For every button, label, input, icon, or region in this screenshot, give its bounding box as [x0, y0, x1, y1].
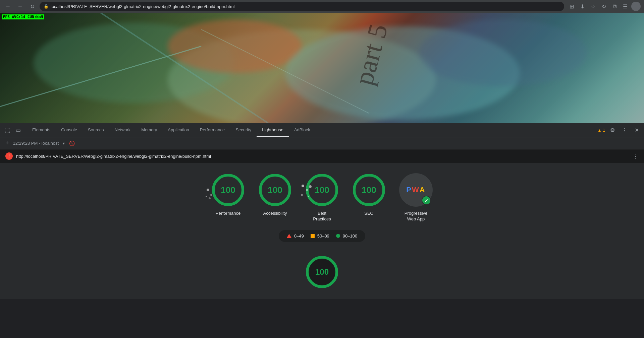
tab-performance[interactable]: Performance	[195, 123, 230, 137]
devtools-panel: ⬚ ▭ Elements Console Sources Network Mem…	[0, 123, 644, 299]
tab-memory[interactable]: Memory	[136, 123, 162, 137]
legend-pass-icon	[336, 234, 340, 238]
webgl-visualization: part 5	[0, 13, 644, 123]
settings-button[interactable]: ⚙	[608, 126, 617, 135]
lighthouse-more-button[interactable]: ⋮	[632, 152, 639, 160]
legend-fail: 0–49	[287, 233, 304, 239]
seo-label: SEO	[364, 211, 373, 216]
tab-adblock[interactable]: AdBlock	[289, 123, 316, 137]
legend-fail-range: 0–49	[294, 233, 304, 239]
score-accessibility: 100 Accessibility	[258, 173, 292, 216]
warning-triangle-icon: ▲	[597, 128, 601, 133]
svg-point-19	[309, 185, 312, 188]
lighthouse-results: 100 Performance 100 Accessibility	[0, 163, 644, 299]
extensions2-button[interactable]: ⧉	[610, 2, 619, 11]
lighthouse-subtoolbar: + 12:29:28 PM - localhost ▾ 🚫	[0, 137, 644, 149]
download-button[interactable]: ⬇	[578, 2, 587, 11]
seo-circle: 100	[352, 173, 386, 207]
bottom-score-value: 100	[315, 267, 329, 277]
scores-row: 100 Performance 100 Accessibility	[211, 173, 433, 222]
svg-point-18	[306, 189, 308, 191]
devtools-icons: ⬚ ▭	[3, 126, 23, 135]
clear-audit-button[interactable]: 🚫	[69, 140, 75, 146]
seo-score: 100	[362, 185, 376, 195]
back-button[interactable]: ←	[3, 2, 13, 11]
performance-score: 100	[221, 185, 235, 195]
refresh-button[interactable]: ↻	[599, 2, 608, 11]
legend-pass: 90–100	[336, 233, 357, 239]
audit-session-label: 12:29:28 PM - localhost	[13, 141, 59, 146]
url-text: localhost/PRIVATE_SERVER/webgl2-glmatrix…	[51, 4, 234, 9]
tab-console[interactable]: Console	[56, 123, 83, 137]
devtools-right-actions: ▲ 1 ⚙ ⋮ ✕	[597, 126, 641, 135]
accessibility-circle: 100	[258, 173, 292, 207]
audit-dropdown-icon[interactable]: ▾	[63, 141, 65, 146]
svg-point-20	[301, 194, 303, 196]
score-best-practices: 100 BestPractices	[305, 173, 339, 222]
legend: 0–49 50–89 90–100	[279, 230, 365, 242]
score-seo: 100 SEO	[352, 173, 386, 216]
lock-icon: 🔒	[44, 4, 49, 9]
svg-point-21	[308, 196, 309, 197]
score-performance: 100 Performance	[211, 173, 245, 216]
pwa-circle: PWA ✓	[399, 173, 433, 207]
bottom-score-circle: 100	[305, 255, 339, 289]
svg-point-17	[302, 185, 304, 187]
confetti-bp	[300, 183, 314, 200]
legend-pass-range: 90–100	[343, 233, 357, 239]
reload-button[interactable]: ↻	[28, 2, 37, 11]
device-icon-btn[interactable]: ▭	[13, 126, 23, 135]
best-practices-label: BestPractices	[313, 211, 331, 222]
new-audit-button[interactable]: +	[5, 140, 9, 147]
pwa-logo: PWA	[406, 186, 425, 194]
bottom-score-section: 100	[305, 255, 339, 289]
lighthouse-url-bar: ! http://localhost/PRIVATE_SERVER/webgl2…	[0, 149, 644, 163]
legend-average-icon	[311, 234, 315, 238]
pwa-checkmark: ✓	[422, 196, 431, 205]
pwa-letter-a: A	[420, 186, 426, 194]
more-options-button[interactable]: ⋮	[620, 126, 629, 135]
svg-point-4	[419, 19, 587, 86]
legend-average: 50–89	[311, 233, 329, 239]
pwa-letter-p: P	[406, 186, 412, 194]
performance-circle: 100	[211, 173, 245, 207]
pwa-label: ProgressiveWeb App	[405, 211, 428, 222]
tab-elements[interactable]: Elements	[27, 123, 56, 137]
cursor-icon-btn[interactable]: ⬚	[3, 126, 12, 135]
warning-badge: ▲ 1	[597, 128, 605, 133]
address-bar[interactable]: 🔒 localhost/PRIVATE_SERVER/webgl2-glmatr…	[40, 2, 564, 11]
pwa-letter-w: W	[412, 186, 420, 194]
tab-application[interactable]: Application	[162, 123, 195, 137]
legend-fail-icon	[287, 234, 291, 238]
page-content: FPS AVG:14 CUR:NaN part 5	[0, 13, 644, 123]
tab-lighthouse[interactable]: Lighthouse	[257, 123, 289, 137]
tab-sources[interactable]: Sources	[83, 123, 109, 137]
accessibility-score: 100	[268, 185, 282, 195]
extensions-button[interactable]: ⊞	[567, 2, 576, 11]
score-pwa: PWA ✓ ProgressiveWeb App	[399, 173, 433, 222]
svg-point-12	[209, 197, 211, 199]
legend-average-range: 50–89	[317, 233, 329, 239]
forward-button[interactable]: →	[15, 2, 25, 11]
warning-count: 1	[603, 128, 605, 133]
browser-chrome: ← → ↻ 🔒 localhost/PRIVATE_SERVER/webgl2-…	[0, 0, 644, 13]
menu-button[interactable]: ☰	[621, 2, 630, 11]
devtools-tabs: Elements Console Sources Network Memory …	[27, 123, 597, 137]
lighthouse-url-text: http://localhost/PRIVATE_SERVER/webgl2-g…	[16, 154, 211, 159]
devtools-toolbar: ⬚ ▭ Elements Console Sources Network Mem…	[0, 123, 644, 137]
lighthouse-warning-icon: !	[5, 152, 13, 160]
profile-avatar[interactable]	[631, 2, 641, 11]
browser-actions: ⊞ ⬇ ☆ ↻ ⧉ ☰	[567, 2, 641, 11]
tab-network[interactable]: Network	[109, 123, 136, 137]
svg-point-9	[207, 189, 209, 191]
performance-label: Performance	[216, 211, 240, 216]
bookmark-button[interactable]: ☆	[588, 2, 598, 11]
accessibility-label: Accessibility	[263, 211, 287, 216]
best-practices-score: 100	[315, 185, 329, 195]
svg-point-11	[206, 196, 207, 197]
tab-security[interactable]: Security	[230, 123, 257, 137]
close-devtools-button[interactable]: ✕	[632, 126, 641, 135]
